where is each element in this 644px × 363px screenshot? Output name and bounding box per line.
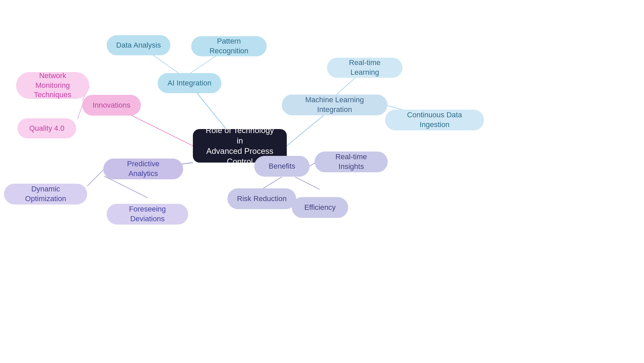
pattern-recognition-node: Pattern Recognition — [191, 36, 267, 56]
svg-line-5 — [77, 106, 82, 119]
dynamic-optimization-label: Dynamic Optimization — [13, 184, 78, 203]
continuous-data-node: Continuous Data Ingestion — [385, 110, 484, 130]
pattern-recognition-label: Pattern Recognition — [201, 37, 257, 56]
realtime-learning-node: Real-time Learning — [327, 58, 402, 78]
realtime-learning-label: Real-time Learning — [336, 58, 393, 77]
svg-line-10 — [87, 169, 104, 186]
foreseeing-deviations-label: Foreseeing Deviations — [116, 204, 179, 224]
innovations-node: Innovations — [82, 95, 141, 116]
risk-reduction-label: Risk Reduction — [237, 194, 287, 204]
efficiency-node: Efficiency — [292, 197, 348, 218]
svg-line-13 — [309, 163, 315, 167]
svg-line-14 — [262, 177, 282, 189]
realtime-insights-label: Real-time Insights — [324, 152, 378, 171]
quality-40-node: Quality 4.0 — [17, 118, 76, 138]
benefits-label: Benefits — [269, 162, 296, 171]
foreseeing-deviations-node: Foreseeing Deviations — [107, 204, 188, 225]
realtime-insights-node: Real-time Insights — [315, 152, 388, 172]
ml-integration-label: Machine Learning Integration — [291, 95, 378, 114]
ml-integration-node: Machine Learning Integration — [282, 95, 387, 115]
continuous-data-label: Continuous Data Ingestion — [394, 110, 475, 129]
risk-reduction-node: Risk Reduction — [227, 188, 296, 209]
data-analysis-label: Data Analysis — [116, 41, 161, 50]
network-monitoring-node: Network MonitoringTechniques — [16, 72, 89, 99]
innovations-label: Innovations — [93, 101, 130, 110]
dynamic-optimization-node: Dynamic Optimization — [4, 184, 87, 204]
benefits-node: Benefits — [254, 156, 310, 177]
ai-integration-label: AI Integration — [168, 78, 212, 88]
data-analysis-node: Data Analysis — [107, 35, 170, 55]
network-monitoring-label: Network MonitoringTechniques — [25, 71, 80, 100]
predictive-analytics-label: Predictive Analytics — [113, 159, 174, 178]
predictive-analytics-node: Predictive Analytics — [103, 159, 183, 179]
ai-integration-node: AI Integration — [158, 73, 221, 93]
quality-40-label: Quality 4.0 — [29, 124, 64, 133]
efficiency-label: Efficiency — [304, 203, 336, 213]
svg-line-15 — [295, 177, 320, 189]
